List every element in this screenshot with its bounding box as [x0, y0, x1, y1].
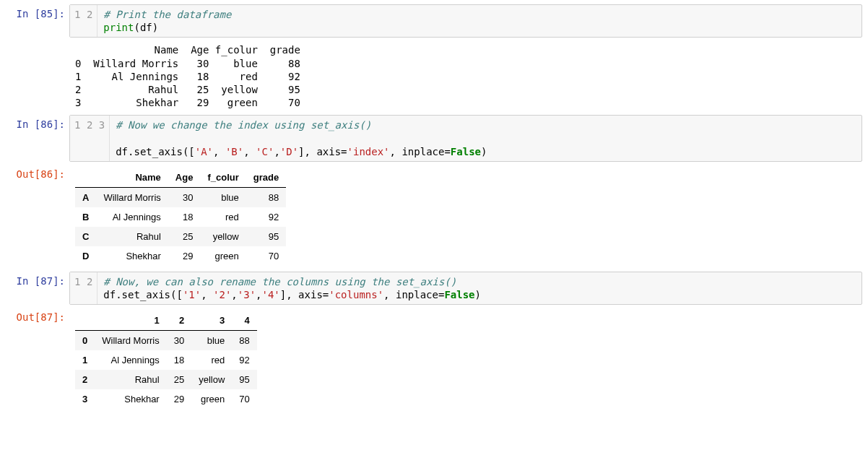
- df-header: grade: [246, 168, 286, 188]
- code-content[interactable]: # Now, we can also rename the columns us…: [97, 272, 487, 304]
- cell-87-input: In [87]: 1 2 # Now, we can also rename t…: [0, 270, 868, 306]
- df-corner: [75, 311, 95, 331]
- table-row: 0 Willard Morris 30 blue 88: [75, 331, 257, 351]
- df-header: 4: [232, 311, 256, 331]
- code-gutter: 1 2 3: [70, 116, 110, 161]
- df-header: 2: [167, 311, 191, 331]
- table-row: 3 Shekhar 29 green 70: [75, 389, 257, 409]
- cell-86-output: Out[86]: Name Age f_colur grade A Willar…: [0, 163, 868, 270]
- in-prompt-85: In [85]:: [0, 4, 69, 38]
- table-row: 1 Al Jennings 18 red 92: [75, 350, 257, 370]
- code-area-86[interactable]: 1 2 3 # Now we change the index using se…: [69, 115, 862, 162]
- code-area-87[interactable]: 1 2 # Now, we can also rename the column…: [69, 272, 862, 305]
- cell-87-output: Out[87]: 1 2 3 4 0 Willard Morris 30 blu…: [0, 306, 868, 413]
- in-prompt-87: In [87]:: [0, 272, 69, 305]
- dataframe-out-86: Name Age f_colur grade A Willard Morris …: [69, 165, 868, 269]
- table-row: C Rahul 25 yellow 95: [75, 227, 286, 246]
- stdout-85: Name Age f_colur grade 0 Willard Morris …: [69, 40, 868, 112]
- code-area-85[interactable]: 1 2 # Print the dataframe print(df): [69, 4, 862, 38]
- df-header: 3: [191, 311, 232, 331]
- table-row: D Shekhar 29 green 70: [75, 246, 286, 266]
- out-prompt-blank: [0, 40, 69, 112]
- df-header: f_colur: [200, 168, 246, 188]
- df-header: Age: [168, 168, 201, 188]
- code-gutter: 1 2: [70, 5, 97, 37]
- table-row: B Al Jennings 18 red 92: [75, 207, 286, 227]
- dataframe-table-86: Name Age f_colur grade A Willard Morris …: [75, 168, 286, 266]
- table-row: 2 Rahul 25 yellow 95: [75, 370, 257, 389]
- df-header: 1: [95, 311, 166, 331]
- cell-85-input: In [85]: 1 2 # Print the dataframe print…: [0, 3, 868, 39]
- code-gutter: 1 2: [70, 272, 97, 304]
- dataframe-out-87: 1 2 3 4 0 Willard Morris 30 blue 88 1 Al…: [69, 308, 868, 412]
- out-prompt-87: Out[87]:: [0, 308, 69, 412]
- code-content[interactable]: # Now we change the index using set_axis…: [110, 116, 492, 161]
- df-header: Name: [96, 168, 168, 188]
- in-prompt-86: In [86]:: [0, 115, 69, 162]
- code-content[interactable]: # Print the dataframe print(df): [97, 5, 237, 37]
- out-prompt-86: Out[86]:: [0, 165, 69, 269]
- dataframe-table-87: 1 2 3 4 0 Willard Morris 30 blue 88 1 Al…: [75, 311, 257, 409]
- cell-86-input: In [86]: 1 2 3 # Now we change the index…: [0, 113, 868, 163]
- cell-85-output: Name Age f_colur grade 0 Willard Morris …: [0, 39, 868, 113]
- df-corner: [75, 168, 96, 188]
- table-row: A Willard Morris 30 blue 88: [75, 187, 286, 207]
